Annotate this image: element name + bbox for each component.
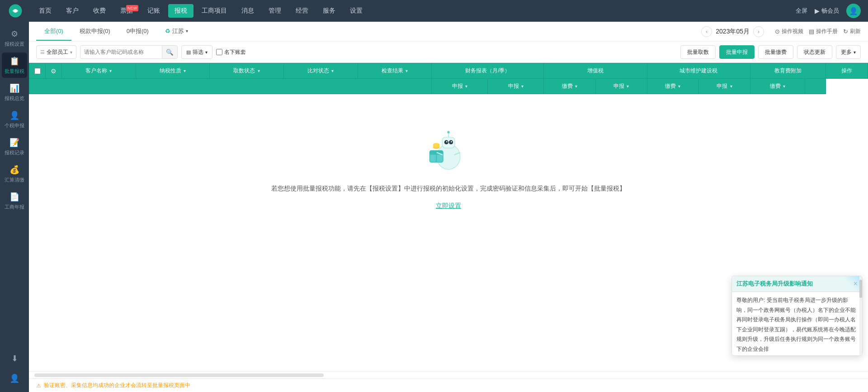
search-wrap: 🔍	[80, 45, 178, 59]
period-next-btn[interactable]: ›	[753, 26, 764, 37]
th-city-pay: 缴费 ▾	[647, 79, 698, 94]
sidebar-item-报税设置[interactable]: ⚙报税设置	[2, 25, 27, 51]
sidebar-item-报税记录[interactable]: 📝报税记录	[2, 134, 27, 159]
sidebar-item-批量报税[interactable]: 📋批量报税	[2, 53, 27, 78]
sidebar-icon: ⚙	[11, 29, 18, 39]
notif-close-btn[interactable]: ×	[854, 280, 858, 288]
more-btn[interactable]: 更多 ▾	[836, 45, 861, 59]
nav-item-管理[interactable]: 管理	[262, 4, 288, 18]
nav-item-报税[interactable]: 报税	[168, 4, 193, 18]
main-table: ⚙ 客户名称 ▾ 纳税性质 ▾ 取数状态 ▾ 比对状态 ▾	[29, 63, 868, 237]
th-compare-status: 比对状态 ▾	[283, 63, 358, 79]
select-all-checkbox[interactable]	[34, 68, 41, 74]
nav-item-记账[interactable]: 记账	[141, 4, 166, 18]
horizontal-scroll-area[interactable]	[29, 371, 868, 378]
scroll-track	[34, 373, 324, 377]
nav-item-客户[interactable]: 客户	[60, 4, 85, 18]
fi7: ▾	[783, 84, 785, 89]
op-refresh-btn[interactable]: ↻ 刷新	[843, 28, 861, 35]
tab-zero-declare[interactable]: 0申报(0)	[118, 23, 157, 41]
notif-body: 尊敬的用户: 受当前电子税务局进一步升级的影响，同一个政务网账号（办税人）名下的…	[732, 292, 862, 355]
th-edu-tax: 教育费附加	[750, 63, 826, 79]
filter-icon-tax: ▾	[184, 68, 186, 73]
sidebar-label: 报税总览	[5, 95, 24, 102]
period-prev-btn[interactable]: ‹	[701, 26, 712, 37]
search-button[interactable]: 🔍	[162, 45, 177, 59]
select-icon: ☰	[40, 49, 45, 55]
region-label: 江苏	[172, 27, 184, 35]
nav-item-收费[interactable]: 收费	[87, 4, 112, 18]
filter-button[interactable]: ▤ 筛选 ▾	[181, 45, 212, 59]
top-navigation: 首页客户收费票据NEW记账报税工商项目消息管理经营服务设置 全屏 ▶ 畅会员 👤	[0, 0, 868, 22]
nav-item-票据[interactable]: 票据NEW	[114, 4, 139, 18]
filter-icon-name: ▾	[109, 68, 112, 73]
th-tax-nature: 纳税性质 ▾	[136, 63, 210, 79]
tab-region[interactable]: ♻ 江苏 ▾	[157, 23, 196, 41]
sidebar-item-报税总览[interactable]: 📊报税总览	[2, 80, 27, 105]
sidebar-icon: 📝	[9, 138, 19, 148]
table-sub-header-row: 申报 ▾ 申报 ▾ 缴费 ▾ 申报 ▾ 缴费 ▾ 申报 ▾ 缴费 ▾	[29, 79, 868, 94]
batch-pay-btn[interactable]: 批量缴费	[758, 45, 793, 59]
batch-declare-btn[interactable]: 批量申报	[719, 45, 755, 59]
fullscreen-btn[interactable]: 全屏	[796, 7, 807, 15]
sidebar-label: 个税申报	[5, 122, 24, 129]
nav-item-经营[interactable]: 经营	[289, 4, 315, 18]
nav-item-服务[interactable]: 服务	[316, 4, 342, 18]
op-video-btn[interactable]: ⊙ 操作视频	[775, 28, 803, 35]
account-set-checkbox-label[interactable]: 名下账套	[216, 48, 246, 56]
th-empty-colspan	[29, 79, 432, 94]
member-btn[interactable]: ▶ 畅会员	[815, 7, 839, 15]
user-avatar[interactable]: 👤	[846, 4, 861, 18]
th-vat-pay: 缴费 ▾	[544, 79, 595, 94]
sidebar-label: 工商年报	[5, 204, 24, 210]
notif-title: 江苏电子税务局升级影响通知	[736, 280, 813, 288]
nav-item-首页[interactable]: 首页	[33, 4, 58, 18]
app-logo[interactable]	[7, 3, 24, 19]
th-financial-declare: 申报 ▾	[432, 79, 488, 94]
th-edu-declare: 申报 ▾	[698, 79, 750, 94]
svg-point-13	[451, 141, 452, 143]
svg-point-15	[447, 131, 450, 134]
toolbar: ☰ 全部员工 ▾ 🔍 ▤ 筛选 ▾ 名下账套 批量取数 批量申报	[29, 42, 868, 63]
sidebar-item-汇算清缴[interactable]: 💰汇算清缴	[2, 161, 27, 186]
nav-item-工商项目[interactable]: 工商项目	[195, 4, 233, 18]
sidebar-item-工商年报[interactable]: 📄工商年报	[2, 188, 27, 214]
video-icon: ⊙	[775, 28, 780, 35]
op-manual-btn[interactable]: ▤ 操作手册	[809, 28, 838, 35]
nav-item-消息[interactable]: 消息	[235, 4, 260, 18]
status-update-btn[interactable]: 状态更新	[797, 45, 832, 59]
sidebar-icon: 📊	[9, 83, 19, 93]
nav-item-设置[interactable]: 设置	[344, 4, 369, 18]
svg-point-12	[446, 141, 448, 143]
warning-icon: ⚠	[36, 382, 41, 389]
th-city-declare: 申报 ▾	[595, 79, 647, 94]
tab-bar: 全部(0) 税款申报(0) 0申报(0) ♻ 江苏 ▾ ‹ 2023年05月 ›…	[29, 22, 868, 42]
sidebar-icon: 📄	[9, 192, 19, 202]
settings-icon: ⚙	[51, 67, 57, 75]
employee-select[interactable]: ☰ 全部员工 ▾	[36, 45, 76, 59]
th-vat: 增值税	[544, 63, 647, 79]
th-check-result: 检查结果 ▾	[358, 63, 432, 79]
batch-fetch-btn[interactable]: 批量取数	[680, 45, 716, 59]
sidebar-icon: 📋	[9, 56, 19, 66]
region-dropdown-icon: ▾	[186, 29, 188, 33]
fi6: ▾	[730, 84, 732, 89]
sidebar-bottom-user[interactable]: 👤	[6, 370, 23, 387]
setup-link[interactable]: 立即设置	[436, 202, 461, 210]
notif-scrollbar[interactable]	[859, 276, 862, 355]
th-city-tax: 城市维护建设税	[647, 63, 750, 79]
search-input[interactable]	[80, 47, 162, 57]
account-set-checkbox[interactable]	[216, 49, 222, 55]
tab-all[interactable]: 全部(0)	[36, 23, 71, 41]
tab-tax-declare[interactable]: 税款申报(0)	[71, 23, 118, 41]
nav-items: 首页客户收费票据NEW记账报税工商项目消息管理经营服务设置	[33, 4, 796, 18]
sidebar-bottom-download[interactable]: ⬇	[6, 350, 23, 367]
refresh-icon: ↻	[843, 28, 848, 35]
more-dropdown-icon: ▾	[854, 50, 856, 55]
fi3: ▾	[575, 84, 577, 89]
sidebar-icon: 💰	[9, 165, 19, 175]
sidebar-item-个税申报[interactable]: 👤个税申报	[2, 107, 27, 132]
robot-illustration	[421, 121, 476, 176]
empty-text: 若您想使用批量报税功能，请先在【报税设置】中进行报税的初始化设置，完成密码验证和…	[271, 185, 626, 193]
filter-icon-compare: ▾	[331, 68, 334, 73]
